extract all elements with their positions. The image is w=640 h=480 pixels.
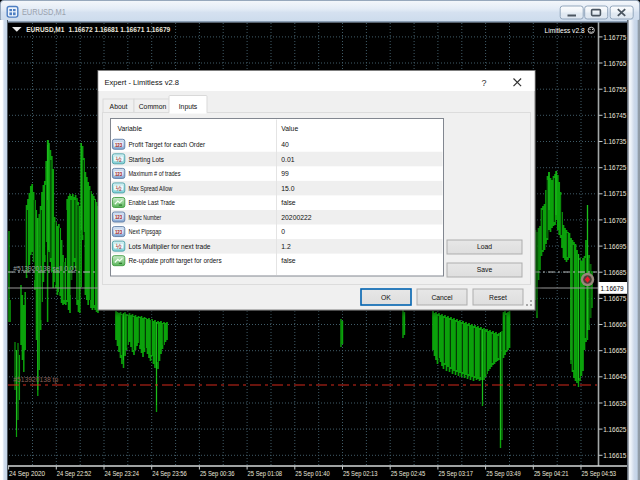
svg-text:1.16695: 1.16695 (603, 242, 626, 251)
svg-text:Re-update profit target for or: Re-update profit target for orders (128, 257, 222, 265)
svg-text:Starting Lots: Starting Lots (128, 156, 164, 164)
svg-text:1.16735: 1.16735 (603, 137, 626, 146)
svg-text:false: false (281, 199, 296, 206)
svg-text:Value: Value (281, 125, 298, 132)
svg-text:25 Sep 01:40: 25 Sep 01:40 (295, 469, 330, 478)
svg-text:123: 123 (115, 142, 122, 148)
svg-text:0.01: 0.01 (281, 156, 294, 163)
svg-text:Reset: Reset (489, 294, 507, 301)
svg-text:1.16775: 1.16775 (603, 33, 626, 42)
svg-text:Lots Multiplier for next trade: Lots Multiplier for next trade (128, 243, 211, 251)
svg-text:½: ½ (116, 243, 122, 250)
svg-text:1.16665: 1.16665 (603, 320, 626, 329)
svg-text:1.16745: 1.16745 (603, 111, 626, 120)
svg-text:24 Sep 2020: 24 Sep 2020 (9, 469, 45, 478)
svg-text:24 Sep 23:24: 24 Sep 23:24 (104, 469, 138, 478)
svg-text:25 Sep 03:17: 25 Sep 03:17 (439, 469, 474, 478)
svg-text:1.16725: 1.16725 (603, 163, 626, 172)
svg-text:0: 0 (281, 228, 285, 235)
svg-text:1.16635: 1.16635 (603, 399, 626, 408)
svg-text:1.16615: 1.16615 (603, 451, 626, 460)
svg-text:1.16675: 1.16675 (603, 294, 626, 303)
svg-text:EURUSD,M1: EURUSD,M1 (22, 7, 66, 17)
svg-text:OK: OK (381, 294, 391, 301)
svg-text:25 Sep 00:36: 25 Sep 00:36 (200, 469, 235, 478)
svg-text:20200222: 20200222 (281, 214, 311, 221)
svg-text:About: About (110, 103, 128, 110)
svg-text:Cancel: Cancel (431, 294, 453, 301)
svg-text:25 Sep 02:13: 25 Sep 02:13 (343, 469, 378, 478)
svg-text:1.16625: 1.16625 (603, 425, 626, 434)
svg-text:24 Sep 22:52: 24 Sep 22:52 (57, 469, 91, 478)
svg-text:Maximum # of trades: Maximum # of trades (128, 170, 181, 177)
svg-text:Profit Target for each Order: Profit Target for each Order (128, 141, 205, 149)
svg-text:½: ½ (116, 185, 122, 192)
svg-text:1.16715: 1.16715 (603, 189, 626, 198)
svg-text:123: 123 (115, 229, 122, 235)
svg-text:25 Sep 02:45: 25 Sep 02:45 (391, 469, 426, 478)
svg-text:Limitless v2.8: Limitless v2.8 (545, 26, 585, 35)
svg-text:25 Sep 03:49: 25 Sep 03:49 (486, 469, 521, 478)
svg-text:1.16755: 1.16755 (603, 85, 626, 94)
svg-text:1.16705: 1.16705 (603, 216, 626, 225)
svg-text:Enable Last Trade: Enable Last Trade (128, 199, 175, 206)
svg-text:Magic Number: Magic Number (128, 214, 162, 222)
svg-text:EURUSD,M1: EURUSD,M1 (26, 25, 65, 34)
svg-text:123: 123 (115, 171, 122, 177)
svg-text:Inputs: Inputs (179, 103, 198, 111)
svg-text:1.16645: 1.16645 (603, 372, 626, 381)
svg-text:1.16679: 1.16679 (601, 284, 624, 293)
svg-text:Save: Save (477, 266, 493, 273)
svg-text:#513920138 sell 0.01: #513920138 sell 0.01 (13, 265, 77, 272)
svg-text:1.16765: 1.16765 (603, 59, 626, 68)
svg-text:25 Sep 04:53: 25 Sep 04:53 (582, 469, 617, 478)
svg-text:#513920138 tp: #513920138 tp (13, 376, 58, 384)
svg-text:25 Sep 04:21: 25 Sep 04:21 (534, 469, 569, 478)
svg-text:Next Pipsgap: Next Pipsgap (128, 228, 161, 236)
svg-text:Variable: Variable (118, 125, 143, 132)
svg-text:Max Spread Allow: Max Spread Allow (128, 185, 172, 193)
svg-text:15.0: 15.0 (281, 185, 294, 192)
svg-text:123: 123 (115, 214, 122, 220)
svg-text:½: ½ (116, 156, 122, 163)
svg-text:Common: Common (139, 103, 167, 110)
svg-text:24 Sep 23:56: 24 Sep 23:56 (152, 469, 187, 478)
svg-text:1.16672 1.16681 1.16671 1.1667: 1.16672 1.16681 1.16671 1.16679 (69, 25, 171, 34)
svg-text:Expert - Limitless v2.8: Expert - Limitless v2.8 (104, 78, 179, 87)
svg-text:false: false (281, 257, 296, 264)
svg-text:25 Sep 01:08: 25 Sep 01:08 (248, 469, 283, 478)
svg-text:40: 40 (281, 141, 289, 148)
svg-text:1.2: 1.2 (281, 243, 291, 250)
svg-text:Load: Load (477, 243, 492, 250)
svg-text:1.16655: 1.16655 (603, 346, 626, 355)
svg-text:99: 99 (281, 170, 289, 177)
svg-text:1.16685: 1.16685 (603, 268, 626, 277)
svg-text:?: ? (482, 78, 487, 88)
